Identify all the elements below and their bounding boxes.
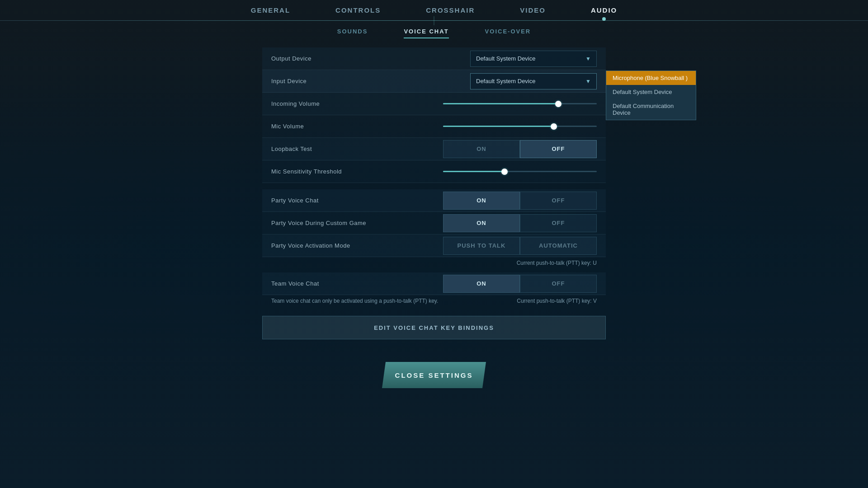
- output-device-dropdown[interactable]: Default System Device ▼: [470, 51, 597, 67]
- incoming-volume-thumb[interactable]: [555, 101, 561, 107]
- loopback-test-row: Loopback Test On Off: [262, 138, 606, 160]
- subtab-voice-chat[interactable]: VOICE CHAT: [404, 28, 448, 38]
- tab-video[interactable]: VIDEO: [497, 0, 568, 20]
- mic-volume-track: [443, 126, 597, 127]
- party-voice-custom-off-button[interactable]: Off: [520, 214, 597, 232]
- tab-crosshair[interactable]: CROSSHAIR: [403, 0, 497, 20]
- push-to-talk-button[interactable]: Push to Talk: [443, 237, 520, 255]
- team-voice-info-row: Team voice chat can only be activated us…: [262, 295, 606, 307]
- team-voice-chat-row: Team Voice Chat On Off: [262, 272, 606, 295]
- input-device-row: Input Device Default System Device ▼: [262, 70, 606, 93]
- party-voice-custom-on-button[interactable]: On: [443, 214, 520, 232]
- automatic-button[interactable]: Automatic: [520, 237, 597, 255]
- subtab-voice-over[interactable]: VOICE-OVER: [485, 28, 531, 38]
- party-voice-chat-label: Party Voice Chat: [271, 197, 319, 204]
- loopback-on-button[interactable]: On: [443, 140, 520, 158]
- loopback-test-toggle: On Off: [443, 140, 597, 158]
- tab-controls[interactable]: CONTROLS: [313, 0, 403, 20]
- page-wrapper: GENERAL CONTROLS CROSSHAIR VIDEO AUDIO S…: [0, 0, 868, 488]
- team-voice-off-button[interactable]: Off: [520, 275, 597, 293]
- party-section: Party Voice Chat On Off Party Voice Duri…: [262, 189, 606, 266]
- team-voice-info-text: Team voice chat can only be activated us…: [271, 298, 438, 304]
- party-voice-chat-row: Party Voice Chat On Off: [262, 189, 606, 212]
- mic-volume-thumb[interactable]: [551, 123, 557, 130]
- mic-sensitivity-fill: [443, 171, 505, 172]
- party-voice-custom-label: Party Voice During Custom Game: [271, 220, 366, 226]
- mic-sensitivity-row: Mic Sensitivity Threshold: [262, 160, 606, 183]
- mic-sensitivity-label: Mic Sensitivity Threshold: [271, 168, 342, 175]
- team-section: Team Voice Chat On Off Team voice chat c…: [262, 272, 606, 339]
- mic-sensitivity-track: [443, 171, 597, 172]
- party-voice-activation-toggle: Push to Talk Automatic: [443, 237, 597, 255]
- mic-volume-label: Mic Volume: [271, 123, 304, 130]
- tab-general[interactable]: GENERAL: [228, 0, 313, 20]
- edit-bindings-button[interactable]: EDIT VOICE CHAT KEY BINDINGS: [262, 316, 606, 339]
- incoming-volume-fill: [443, 103, 558, 104]
- party-voice-chat-toggle: On Off: [443, 192, 597, 210]
- mic-sensitivity-thumb[interactable]: [501, 169, 508, 175]
- mic-volume-slider[interactable]: [443, 122, 597, 131]
- mic-sensitivity-slider[interactable]: [443, 167, 597, 176]
- party-voice-off-button[interactable]: Off: [520, 192, 597, 210]
- input-device-value: Default System Device: [476, 78, 536, 84]
- sub-nav: SOUNDS VOICE CHAT VOICE-OVER: [337, 21, 531, 43]
- incoming-volume-row: Incoming Volume: [262, 93, 606, 115]
- party-voice-custom-toggle: On Off: [443, 214, 597, 232]
- input-device-dropdown[interactable]: Default System Device ▼: [470, 73, 597, 89]
- close-settings-button[interactable]: CLOSE SETTINGS: [382, 362, 486, 388]
- incoming-volume-label: Incoming Volume: [271, 100, 320, 107]
- dropdown-option-2[interactable]: Default Communication Device: [606, 99, 696, 120]
- mic-volume-fill: [443, 126, 554, 127]
- incoming-volume-track: [443, 103, 597, 104]
- subtab-sounds[interactable]: SOUNDS: [337, 28, 368, 38]
- team-voice-on-button[interactable]: On: [443, 275, 520, 293]
- tab-audio[interactable]: AUDIO: [568, 0, 640, 20]
- dropdown-option-0[interactable]: Microphone (Blue Snowball ): [606, 71, 696, 85]
- team-ptt-status: Current push-to-talk (PTT) key: V: [517, 298, 597, 304]
- input-device-arrow-icon: ▼: [585, 78, 591, 84]
- party-ptt-status: Current push-to-talk (PTT) key: U: [262, 257, 606, 266]
- input-device-label: Input Device: [271, 78, 307, 84]
- input-device-dropdown-popup: Microphone (Blue Snowball ) Default Syst…: [606, 70, 696, 120]
- dropdown-option-1[interactable]: Default System Device: [606, 85, 696, 99]
- party-voice-activation-label: Party Voice Activation Mode: [271, 242, 350, 249]
- party-voice-activation-row: Party Voice Activation Mode Push to Talk…: [262, 235, 606, 257]
- output-device-row: Output Device Default System Device ▼: [262, 47, 606, 70]
- party-voice-custom-row: Party Voice During Custom Game On Off: [262, 212, 606, 235]
- output-device-value: Default System Device: [476, 55, 536, 62]
- team-voice-chat-label: Team Voice Chat: [271, 280, 319, 287]
- output-device-label: Output Device: [271, 55, 311, 62]
- team-voice-chat-toggle: On Off: [443, 275, 597, 293]
- output-device-arrow-icon: ▼: [585, 56, 591, 62]
- mic-volume-row: Mic Volume: [262, 115, 606, 138]
- loopback-test-label: Loopback Test: [271, 145, 312, 152]
- party-voice-on-button[interactable]: On: [443, 192, 520, 210]
- loopback-off-button[interactable]: Off: [520, 140, 597, 158]
- incoming-volume-slider[interactable]: [443, 99, 597, 108]
- content-area: Output Device Default System Device ▼ In…: [262, 47, 606, 183]
